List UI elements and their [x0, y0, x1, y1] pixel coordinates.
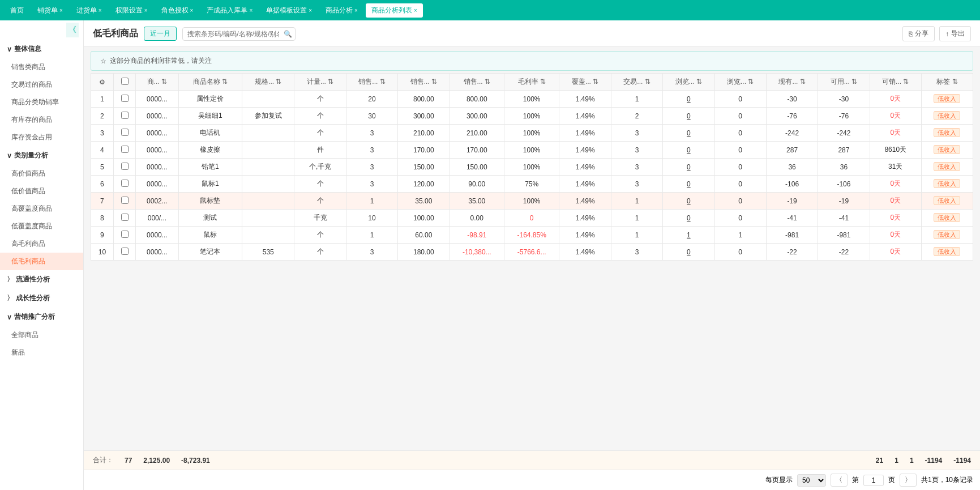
sidebar-item-traded-goods[interactable]: 交易过的商品 [0, 76, 83, 93]
row-check[interactable] [121, 231, 129, 238]
nav-item-analysis[interactable]: 商品分析 × [320, 3, 363, 18]
row-checkbox[interactable] [113, 125, 135, 142]
nav-item-templates[interactable]: 单据模板设置 × [260, 3, 318, 18]
nav-close-icon[interactable]: × [309, 7, 312, 14]
col-unit[interactable]: 计量... ⇅ [294, 74, 346, 91]
row-check[interactable] [121, 197, 129, 204]
col-browse1[interactable]: 浏览... ⇅ [663, 74, 714, 91]
sidebar-item-high-coverage[interactable]: 高覆盖度商品 [0, 200, 83, 218]
next-page-button[interactable]: 〉 [900, 474, 917, 487]
row-checkbox[interactable] [113, 210, 135, 227]
row-check[interactable] [121, 248, 129, 255]
col-available[interactable]: 可用... ⇅ [818, 74, 870, 91]
col-price[interactable]: 销售... ⇅ [398, 74, 450, 91]
sidebar-item-all-goods[interactable]: 全部商品 [0, 326, 83, 344]
row-checkbox[interactable] [113, 142, 135, 159]
row-browse1[interactable]: 0 [663, 176, 714, 193]
row-browse1[interactable]: 0 [663, 244, 714, 261]
sidebar-group-marketing[interactable]: ∨ 营销推广分析 [0, 308, 83, 326]
prev-page-button[interactable]: 〈 [831, 474, 848, 487]
sidebar-item-low-value[interactable]: 低价值商品 [0, 182, 83, 200]
col-code[interactable]: 商... ⇅ [136, 74, 178, 91]
row-checkbox[interactable] [113, 91, 135, 108]
col-trade[interactable]: 交易... ⇅ [611, 74, 662, 91]
row-no: 3 [91, 125, 114, 142]
sidebar-item-high-value[interactable]: 高价值商品 [0, 165, 83, 182]
sidebar-item-high-margin[interactable]: 高毛利商品 [0, 235, 83, 253]
row-checkbox[interactable] [113, 159, 135, 176]
sidebar-item-category-rate[interactable]: 商品分类助销率 [0, 93, 83, 111]
row-browse1[interactable]: 1 [663, 227, 714, 244]
row-check[interactable] [121, 180, 129, 187]
sidebar-group-category[interactable]: ∨ 类别量分析 [0, 146, 83, 165]
nav-item-roles[interactable]: 角色授权 × [156, 3, 199, 18]
row-browse1[interactable]: 0 [663, 210, 714, 227]
row-browse1[interactable]: 0 [663, 193, 714, 210]
row-check[interactable] [121, 146, 129, 153]
row-check[interactable] [121, 112, 129, 119]
row-browse1[interactable]: 0 [663, 159, 714, 176]
time-filter-button[interactable]: 近一月 [144, 27, 177, 41]
col-browse2[interactable]: 浏览... ⇅ [714, 74, 766, 91]
nav-close-icon[interactable]: × [249, 7, 253, 14]
col-checkbox-all[interactable] [113, 74, 135, 91]
search-input[interactable] [182, 27, 296, 41]
col-qty[interactable]: 销售... ⇅ [346, 74, 397, 91]
nav-close-icon[interactable]: × [144, 7, 148, 14]
table-container[interactable]: ⚙ 商... ⇅ 商品名称 ⇅ 规格... ⇅ 计量... ⇅ 销售... ⇅ … [84, 73, 980, 450]
nav-item-analysis-list[interactable]: 商品分析列表 × [366, 3, 423, 18]
row-checkbox[interactable] [113, 108, 135, 125]
row-checkbox[interactable] [113, 176, 135, 193]
sidebar-group-growth[interactable]: 〉 成长性分析 [0, 289, 83, 308]
row-browse1[interactable]: 0 [663, 142, 714, 159]
row-price: 150.00 [398, 159, 450, 176]
sidebar-group-overall[interactable]: ∨ 整体信息 [0, 40, 83, 58]
sidebar-collapse-btn[interactable]: 《 [66, 23, 79, 37]
sidebar-item-low-coverage[interactable]: 低覆盖度商品 [0, 218, 83, 235]
page-input[interactable] [863, 475, 884, 486]
export-button[interactable]: ↑ 导出 [939, 26, 971, 41]
sidebar-item-new-goods[interactable]: 新品 [0, 344, 83, 361]
row-browse1[interactable]: 0 [663, 108, 714, 125]
row-checkbox[interactable] [113, 244, 135, 261]
sidebar-item-inventory-goods[interactable]: 有库存的商品 [0, 111, 83, 129]
row-check[interactable] [121, 129, 129, 136]
col-settings[interactable]: ⚙ [91, 74, 114, 91]
share-button[interactable]: ⎘ 分享 [902, 26, 935, 41]
nav-close-icon[interactable]: × [354, 7, 358, 14]
row-spec: 535 [242, 244, 294, 261]
col-margin[interactable]: 毛利率 ⇅ [504, 74, 559, 91]
col-saleable[interactable]: 可销... ⇅ [870, 74, 921, 91]
col-current[interactable]: 现有... ⇅ [766, 74, 818, 91]
nav-item-purchase[interactable]: 进货单 × [71, 3, 108, 18]
nav-item-permissions[interactable]: 权限设置 × [110, 3, 153, 18]
select-all-checkbox[interactable] [121, 78, 129, 85]
sidebar-group-liquidity[interactable]: 〉 流通性分析 [0, 270, 83, 289]
col-coverage[interactable]: 覆盖... ⇅ [559, 74, 611, 91]
search-icon[interactable]: 🔍 [284, 30, 292, 38]
nav-close-icon[interactable]: × [59, 7, 63, 14]
row-check[interactable] [121, 214, 129, 221]
col-name[interactable]: 商品名称 ⇅ [178, 74, 242, 91]
row-browse1[interactable]: 0 [663, 125, 714, 142]
col-spec[interactable]: 规格... ⇅ [242, 74, 294, 91]
row-check[interactable] [121, 163, 129, 170]
nav-close-icon[interactable]: × [99, 7, 102, 14]
nav-close-icon[interactable]: × [414, 7, 417, 14]
row-checkbox[interactable] [113, 227, 135, 244]
row-checkbox[interactable] [113, 193, 135, 210]
row-code: 0000... [136, 159, 178, 176]
nav-item-sales[interactable]: 销货单 × [32, 3, 69, 18]
nav-close-icon[interactable]: × [190, 7, 194, 14]
sidebar-item-inventory-capital[interactable]: 库存资金占用 [0, 129, 83, 146]
per-page-select[interactable]: 50 100 200 [797, 474, 826, 487]
sidebar-item-sales-goods[interactable]: 销售类商品 [0, 58, 83, 76]
row-check[interactable] [121, 95, 129, 102]
sidebar-item-low-margin[interactable]: 低毛利商品 [0, 253, 83, 270]
nav-item-products[interactable]: 产成品入库单 × [201, 3, 258, 18]
row-saleable: 8610天 [870, 142, 921, 159]
nav-item-home[interactable]: 首页 [5, 3, 29, 18]
col-tag[interactable]: 标签 ⇅ [921, 74, 973, 91]
row-browse1[interactable]: 0 [663, 91, 714, 108]
col-sales[interactable]: 销售... ⇅ [450, 74, 504, 91]
